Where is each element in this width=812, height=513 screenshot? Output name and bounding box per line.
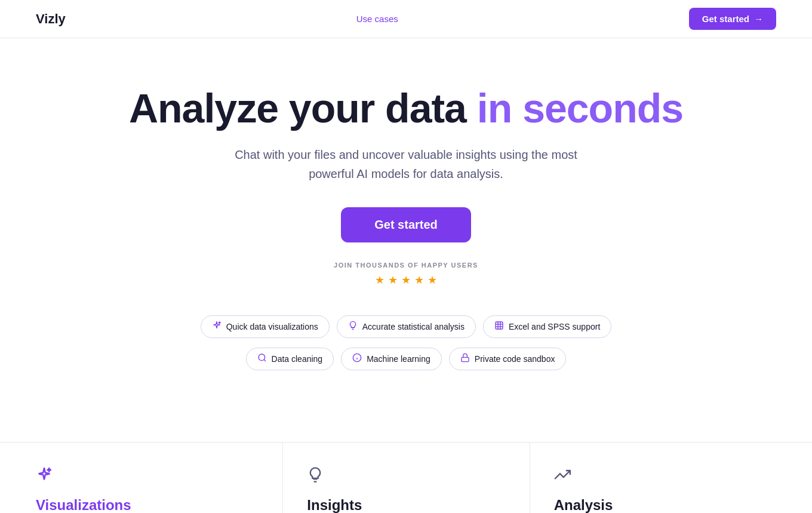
pill-quick-visualizations-label: Quick data visualizations	[226, 322, 318, 331]
visualizations-icon	[36, 466, 259, 487]
table-icon	[494, 321, 504, 333]
navbar: Vizly Use cases Get started →	[0, 0, 812, 38]
hero-title: Analyze your data in seconds	[129, 86, 683, 131]
sparkle-icon	[212, 321, 222, 333]
logo: Vizly	[36, 11, 66, 27]
lightbulb-icon	[348, 321, 358, 333]
pill-excel-spss: Excel and SPSS support	[483, 315, 611, 338]
svg-point-5	[259, 354, 265, 361]
hero-get-started-button[interactable]: Get started	[341, 207, 471, 242]
feature-pills: Quick data visualizations Accurate stati…	[201, 315, 612, 370]
pill-excel-spss-label: Excel and SPSS support	[509, 322, 600, 331]
social-proof: JOIN THOUSANDS OF HAPPY USERS ★ ★ ★ ★ ★	[334, 262, 478, 287]
star-2: ★	[388, 274, 398, 287]
hero-title-part1: Analyze your data	[129, 85, 477, 131]
pill-statistical-analysis-label: Accurate statistical analysis	[362, 322, 465, 331]
feature-insights: Insights Chat with your data and uncover…	[282, 443, 529, 513]
svg-rect-0	[496, 322, 503, 329]
star-5: ★	[427, 274, 437, 287]
pill-statistical-analysis: Accurate statistical analysis	[337, 315, 476, 338]
hero-section: Analyze your data in seconds Chat with y…	[0, 38, 812, 442]
pill-private-sandbox-label: Private code sandbox	[475, 354, 555, 364]
search-icon	[257, 353, 267, 365]
hero-subtitle: Chat with your files and uncover valuabl…	[221, 145, 591, 183]
info-icon	[352, 353, 362, 365]
features-section: Visualizations Automatically create inte…	[0, 442, 812, 513]
pill-machine-learning: Machine learning	[341, 348, 442, 370]
pill-private-sandbox: Private code sandbox	[449, 348, 567, 370]
star-1: ★	[375, 274, 385, 287]
pill-quick-visualizations: Quick data visualizations	[201, 315, 330, 338]
svg-rect-10	[462, 357, 469, 361]
feature-visualizations: Visualizations Automatically create inte…	[36, 443, 282, 513]
feature-insights-title: Insights	[307, 497, 505, 513]
star-3: ★	[401, 274, 411, 287]
svg-line-6	[264, 360, 266, 361]
star-rating: ★ ★ ★ ★ ★	[375, 274, 437, 287]
lock-icon	[460, 353, 470, 365]
feature-analysis: Analysis Perform complex analysis and ge…	[530, 443, 776, 513]
hero-title-accent: in seconds	[477, 85, 683, 131]
nav-get-started-button[interactable]: Get started →	[689, 8, 776, 30]
insights-icon	[307, 466, 505, 487]
pill-data-cleaning-label: Data cleaning	[272, 354, 323, 364]
pill-data-cleaning: Data cleaning	[246, 348, 334, 370]
pills-row-2: Data cleaning Machine learning	[246, 348, 567, 370]
social-proof-label: JOIN THOUSANDS OF HAPPY USERS	[334, 262, 478, 269]
pill-machine-learning-label: Machine learning	[367, 354, 430, 364]
star-4: ★	[414, 274, 424, 287]
pills-row-1: Quick data visualizations Accurate stati…	[201, 315, 612, 338]
feature-visualizations-title: Visualizations	[36, 497, 259, 513]
nav-use-cases[interactable]: Use cases	[356, 14, 398, 24]
nav-links: Use cases	[356, 14, 398, 24]
analysis-icon	[554, 466, 752, 487]
feature-analysis-title: Analysis	[554, 497, 752, 513]
